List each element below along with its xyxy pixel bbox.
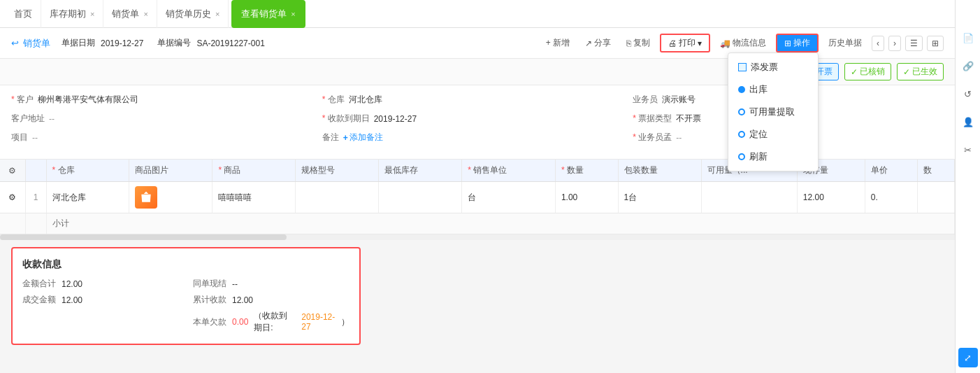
th-num — [25, 160, 46, 182]
notes-label: 备注 — [322, 132, 339, 143]
th-spec: 规格型号 — [296, 160, 379, 182]
ticket-type-label: 票据类型 — [633, 113, 672, 125]
th-unit-price: 单价 — [865, 160, 917, 182]
staff2-value: -- — [676, 133, 682, 143]
td-current-stock: 12.00 — [797, 182, 865, 213]
payment-cumulative-row: 累计收款 12.00 — [193, 294, 350, 306]
prev-button[interactable]: ‹ — [872, 36, 884, 51]
project-field: 项目 -- — [11, 132, 322, 143]
td-row-num: 1 — [25, 182, 46, 213]
th-sales-unit: * 销售单位 — [462, 160, 556, 182]
new-button[interactable]: + 新增 — [540, 34, 575, 52]
settlement-value: -- — [232, 279, 238, 289]
warehouse-label: 仓库 — [322, 94, 345, 106]
logistics-button[interactable]: 🚚 物流信息 — [714, 34, 772, 52]
arrears-date: 2019-12-27 — [301, 312, 336, 332]
tab-sales-history[interactable]: 销货单历史 × — [157, 0, 229, 28]
sidebar-cut-icon[interactable]: ✂ — [958, 140, 978, 160]
transaction-label: 成交金额 — [22, 294, 56, 306]
td-subtotal-num — [25, 213, 46, 234]
td-subtotal-label: 小计 — [46, 213, 955, 234]
arrears-end: ） — [341, 316, 350, 328]
next-button[interactable]: › — [888, 36, 901, 51]
due-date-label: 收款到期日 — [322, 113, 370, 125]
sidebar-refresh-icon[interactable]: ↺ — [958, 84, 978, 104]
available-qty-icon — [738, 108, 745, 115]
td-row-settings[interactable]: ⚙ — [0, 182, 25, 213]
number-value: SA-20191227-001 — [196, 38, 264, 48]
detail-view-button[interactable]: ⊞ — [927, 36, 944, 51]
dropdown-outbound[interactable]: 出库 — [728, 78, 818, 101]
project-value: -- — [32, 133, 38, 143]
table-row: ⚙ 1 河北仓库 嘻嘻嘻嘻 台 1.00 1台 — [0, 182, 955, 213]
project-label: 项目 — [11, 132, 28, 143]
scrollbar-thumb — [0, 234, 287, 240]
th-quantity: * 数量 — [555, 160, 618, 182]
sidebar-doc-icon[interactable]: 📄 — [958, 28, 978, 48]
number-label: 单据编号 — [157, 37, 191, 49]
print-button[interactable]: 🖨 打印 ▾ — [660, 34, 710, 52]
tab-inventory[interactable]: 库存期初 × — [41, 0, 103, 28]
payment-total-row: 金额合计 12.00 — [22, 278, 179, 290]
table-scrollbar[interactable] — [0, 234, 955, 240]
td-product-img — [129, 182, 212, 213]
tab-sales-history-close[interactable]: × — [215, 10, 219, 18]
check-icon: ✓ — [851, 67, 858, 77]
td-unit-price: 0. — [865, 182, 917, 213]
due-date-value: 2019-12-27 — [374, 114, 417, 124]
sidebar-expand-icon[interactable]: ⤢ — [958, 348, 978, 367]
tab-view-sales-close[interactable]: × — [291, 10, 295, 18]
list-view-button[interactable]: ☰ — [905, 36, 923, 51]
outbound-dot-icon — [738, 86, 745, 93]
history-button[interactable]: 历史单据 — [823, 34, 867, 52]
copy-button[interactable]: ⎘ 复制 — [621, 34, 656, 52]
sidebar-link-icon[interactable]: 🔗 — [958, 56, 978, 76]
doc-title-icon: ↩ — [11, 38, 19, 48]
cumulative-label: 累计收款 — [193, 294, 226, 306]
warehouse-value: 河北仓库 — [349, 94, 382, 106]
arrears-note: （收款到期日: — [254, 310, 296, 334]
payment-grid: 金额合计 12.00 同单现结 -- 成交金额 12.00 累计收款 12.00 — [22, 278, 350, 334]
arrears-label: 本单欠款 — [193, 316, 226, 328]
dropdown-add-invoice[interactable]: 添发票 — [728, 56, 818, 78]
cumulative-value: 12.00 — [232, 295, 253, 305]
product-table-container: ⚙ * 仓库 商品图片 * 商品 规格型号 最低库存 * 销售单位 * 数量 包… — [0, 160, 955, 240]
tab-home[interactable]: 首页 — [6, 0, 41, 28]
operations-dropdown-menu: 添发票 出库 可用量提取 定位 — [728, 52, 819, 171]
sidebar-user-icon[interactable]: 👤 — [958, 112, 978, 132]
total-label: 金额合计 — [22, 278, 56, 290]
td-available — [701, 182, 797, 213]
sold-button[interactable]: ✓ 已生效 — [897, 63, 944, 80]
staff-label: 业务员 — [633, 94, 658, 106]
transaction-value: 12.00 — [62, 295, 82, 305]
logistics-icon: 🚚 — [720, 38, 730, 48]
doc-header-right: + 新增 ↗ 分享 ⎘ 复制 🖨 打印 ▾ 🚚 物流信息 — [540, 34, 944, 52]
due-date-field: 收款到期日 2019-12-27 — [322, 113, 633, 125]
dropdown-available-qty[interactable]: 可用量提取 — [728, 101, 818, 123]
dropdown-refresh[interactable]: 刷新 — [728, 146, 818, 168]
add-notes-button[interactable]: 添加备注 — [343, 132, 383, 143]
customer-value: 柳州粤港平安气体有限公司 — [38, 94, 138, 106]
doc-header: ↩ 销货单 单据日期 2019-12-27 单据编号 SA-20191227-0… — [0, 28, 955, 59]
tab-sales[interactable]: 销货单 × — [103, 0, 157, 28]
address-label: 客户地址 — [11, 113, 45, 125]
tab-sales-close[interactable]: × — [143, 10, 147, 18]
add-invoice-checkbox-icon — [738, 63, 747, 71]
th-settings: ⚙ — [0, 160, 25, 182]
td-pack-qty: 1台 — [618, 182, 701, 213]
locate-icon — [738, 131, 745, 138]
operations-button[interactable]: ⊞ 操作 — [776, 34, 819, 52]
share-button[interactable]: ↗ 分享 — [579, 34, 617, 52]
th-pack-qty: 包装数量 — [618, 160, 701, 182]
th-min-stock: 最低库存 — [379, 160, 462, 182]
print-icon: 🖨 — [668, 38, 677, 48]
tab-inventory-close[interactable]: × — [90, 10, 94, 18]
doc-title: ↩ 销货单 — [11, 37, 50, 50]
verified-button[interactable]: ✓ 已核销 — [844, 63, 891, 80]
tab-bar: 首页 库存期初 × 销货单 × 销货单历史 × 查看销货单 × × — [0, 0, 980, 28]
tab-view-sales[interactable]: 查看销货单 × — [231, 0, 305, 28]
subtotal-row: 小计 — [0, 213, 955, 234]
dropdown-locate[interactable]: 定位 — [728, 123, 818, 146]
product-image — [135, 186, 157, 209]
print-dropdown-arrow: ▾ — [698, 38, 702, 48]
